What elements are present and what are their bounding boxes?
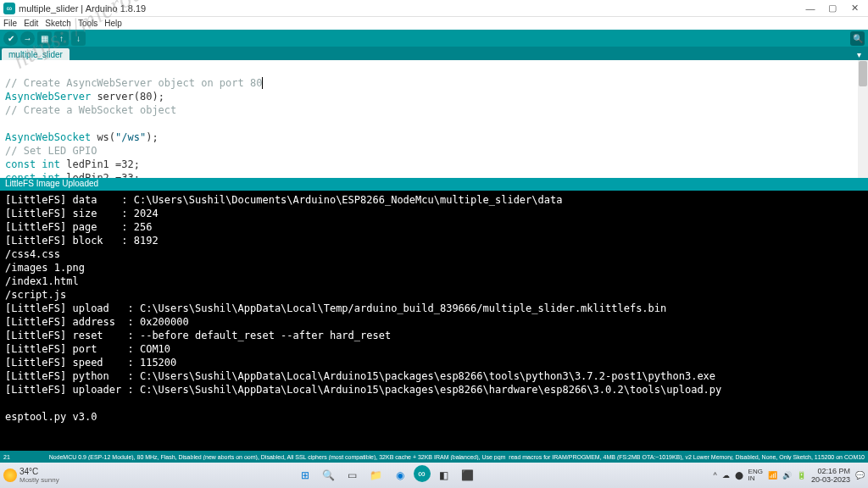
close-button[interactable]: ✕ [849, 3, 860, 14]
system-tray: ^ ☁ ⬤ ENG IN 📶 🔊 🔋 02:16 PM 20-03-2023 💬 [713, 467, 865, 484]
notifications-icon[interactable]: 💬 [855, 471, 865, 480]
verify-button[interactable]: ✔ [3, 31, 18, 46]
editor-scrollbar[interactable] [858, 60, 868, 178]
sketch-tab[interactable]: multiple_slider [2, 48, 70, 60]
task-view-button[interactable]: ▭ [342, 465, 363, 485]
output-console[interactable]: [LittleFS] data : C:\Users\Sushil\Docume… [0, 191, 868, 451]
window-title: multiple_slider | Arduino 1.8.19 [19, 3, 805, 14]
menu-sketch[interactable]: Sketch [45, 19, 71, 28]
board-info: NodeMCU 0.9 (ESP-12 Module), 80 MHz, Fla… [29, 454, 865, 460]
code-line: // Create AsyncWebServer object on port … [5, 77, 262, 89]
menu-file[interactable]: File [3, 19, 17, 28]
start-button[interactable]: ⊞ [295, 465, 315, 485]
code-editor[interactable]: // Create AsyncWebServer object on port … [0, 60, 868, 178]
open-button[interactable]: ↑ [54, 31, 69, 46]
new-button[interactable]: ▦ [37, 31, 52, 46]
tab-menu-button[interactable]: ▾ [853, 48, 865, 60]
tab-bar: multiple_slider ▾ [0, 47, 868, 60]
save-button[interactable]: ↓ [71, 31, 86, 46]
sun-icon [3, 469, 17, 482]
serial-monitor-button[interactable]: 🔍 [850, 31, 865, 46]
weather-widget[interactable]: 34°C Mostly sunny [3, 467, 59, 484]
language-indicator[interactable]: ENG IN [748, 469, 763, 482]
code-line: // Set LED GPIO [5, 145, 97, 157]
footer-bar: 21 NodeMCU 0.9 (ESP-12 Module), 80 MHz, … [0, 451, 868, 463]
explorer-icon[interactable]: 📁 [366, 465, 387, 485]
window-titlebar: ∞ multiple_slider | Arduino 1.8.19 — ▢ ✕ [0, 0, 868, 17]
tray-icon[interactable]: ⬤ [735, 471, 743, 480]
maximize-button[interactable]: ▢ [827, 3, 837, 14]
onedrive-icon[interactable]: ☁ [722, 471, 730, 480]
menu-bar: File Edit Sketch Tools Help [0, 17, 868, 30]
menu-help[interactable]: Help [104, 19, 122, 28]
arduino-app-icon: ∞ [3, 3, 15, 14]
battery-icon[interactable]: 🔋 [797, 471, 806, 480]
status-bar: LittleFS Image Uploaded [0, 178, 868, 191]
toolbar: ✔ → ▦ ↑ ↓ 🔍 [0, 30, 868, 47]
volume-icon[interactable]: 🔊 [782, 471, 792, 480]
edge-icon[interactable]: ◉ [390, 465, 410, 485]
search-button[interactable]: 🔍 [319, 465, 339, 485]
menu-edit[interactable]: Edit [24, 19, 38, 28]
minimize-button[interactable]: — [805, 3, 815, 14]
wifi-icon[interactable]: 📶 [768, 471, 777, 480]
line-number: 21 [3, 454, 29, 460]
code-line: // Create a WebSocket object [5, 104, 176, 116]
window-controls: — ▢ ✕ [805, 3, 865, 14]
arduino-taskbar-icon[interactable]: ∞ [414, 465, 431, 482]
temperature: 34°C [19, 467, 59, 476]
menu-tools[interactable]: Tools [78, 19, 97, 28]
app-icon[interactable]: ⬛ [458, 465, 478, 485]
taskbar-center: ⊞ 🔍 ▭ 📁 ◉ ∞ ◧ ⬛ [59, 465, 714, 485]
windows-taskbar: 34°C Mostly sunny ⊞ 🔍 ▭ 📁 ◉ ∞ ◧ ⬛ ^ ☁ ⬤ … [0, 463, 868, 488]
clock[interactable]: 02:16 PM 20-03-2023 [811, 467, 850, 484]
tray-chevron-icon[interactable]: ^ [713, 471, 716, 480]
scrollbar-thumb[interactable] [859, 61, 867, 86]
upload-button[interactable]: → [20, 31, 35, 46]
weather-text: Mostly sunny [19, 476, 59, 484]
app-icon[interactable]: ◧ [434, 465, 454, 485]
